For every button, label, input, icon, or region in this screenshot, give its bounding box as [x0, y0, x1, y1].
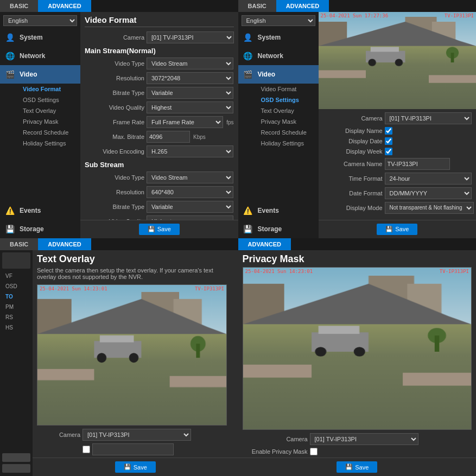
ms-video-type-label: Video Type [85, 60, 144, 67]
video-label-tl: Video [20, 71, 37, 78]
sidebar-storage-tr[interactable]: 💾 Storage [238, 220, 319, 238]
sidebar-item-video-tl[interactable]: 🎬 Video [0, 65, 80, 84]
osd-camera-name-input[interactable] [385, 158, 450, 170]
lang-select-tl[interactable]: English [3, 15, 77, 26]
tab-basic-tl[interactable]: BASIC [0, 0, 38, 12]
sub-bl-1[interactable]: VF [2, 271, 33, 281]
sub-video-format-tr[interactable]: Video Format [258, 84, 319, 94]
save-button-bl[interactable]: 💾 Save [115, 461, 156, 473]
sub-bl-6[interactable]: HS [2, 322, 33, 333]
sub-record-schedule-tr[interactable]: Record Schedule [258, 127, 319, 138]
bl-text-checkbox[interactable] [82, 446, 90, 453]
main-bl: Text Overlay Select the camera then setu… [33, 250, 238, 477]
br-camera-row: Camera [01] TV-IP313PI [243, 433, 472, 445]
bl-text-input[interactable] [92, 443, 174, 455]
bl-camera-select[interactable]: [01] TV-IP313PI [82, 429, 191, 441]
osd-date-format-row: Date Format DD/MM/YYYY [323, 187, 472, 199]
sidebar-item-system-tl[interactable]: 👤 System [0, 28, 80, 47]
tab-advanced-tr[interactable]: ADVANCED [276, 0, 329, 12]
br-enable-label: Enable Privacy Mask [243, 448, 308, 455]
sidebar-tr: English 👤 System 🌐 Network 🎬 Video Video… [238, 12, 319, 238]
sub-osd-tr[interactable]: OSD Settings [258, 94, 319, 105]
sub-bl-3[interactable]: TO [2, 291, 33, 302]
ss-resolution-select[interactable]: 640*480 [147, 186, 233, 198]
sidebar-events-tr[interactable]: ⚠️ Events [238, 201, 319, 220]
ms-frame-rate-select[interactable]: Full Frame Rate [147, 116, 223, 128]
main-br: Privacy Mask 25-04-2021 Sun 14:23:01 TV-… [238, 250, 477, 477]
osd-form-tr: Camera [01] TV-IP313PI Display Name Disp… [319, 109, 477, 220]
sub-bl-4[interactable]: PM [2, 302, 33, 312]
tab-basic-bl[interactable]: BASIC [0, 238, 38, 250]
sidebar-video-tr[interactable]: 🎬 Video [238, 65, 319, 84]
save-button-tl[interactable]: 💾 Save [139, 224, 180, 235]
sub-record-schedule-tl[interactable]: Record Schedule [20, 127, 80, 138]
sidebar-bl: VF OSD TO PM RS HS [0, 250, 33, 477]
osd-display-date-cb[interactable] [385, 137, 392, 145]
ss-bitrate-type-select[interactable]: Variable [147, 201, 233, 213]
osd-display-mode-select[interactable]: Not transparent & Not flashing [385, 202, 474, 214]
tab-bar-br: ADVANCED [238, 238, 477, 250]
br-enable-cb[interactable] [310, 448, 318, 455]
ms-bitrate-type-label: Bitrate Type [85, 90, 144, 96]
cam-stamp-left-br: 25-04-2021 Sun 14:23:01 [245, 269, 313, 274]
tab-basic-tr[interactable]: BASIC [238, 0, 276, 12]
tab-advanced-br[interactable]: ADVANCED [238, 238, 291, 250]
osd-display-week-cb[interactable] [385, 148, 392, 155]
osd-camera-select[interactable]: [01] TV-IP313PI [385, 112, 472, 124]
osd-date-format-label: Date Format [323, 190, 383, 196]
sub-video-format-tl[interactable]: Video Format [20, 84, 80, 94]
ms-video-quality-select[interactable]: Highest [147, 101, 233, 113]
osd-date-format-select[interactable]: DD/MM/YYYY [385, 187, 472, 199]
br-camera-select[interactable]: [01] TV-IP313PI [310, 433, 418, 445]
text-overlay-desc: Select the camera then setup the text ov… [37, 267, 234, 280]
ms-video-enc-label: Video Encoding [85, 148, 144, 155]
sub-holiday-tr[interactable]: Holiday Settings [258, 138, 319, 149]
tab-bar-tr: BASIC ADVANCED [238, 0, 477, 12]
sub-text-overlay-tl[interactable]: Text Overlay [20, 105, 80, 116]
tab-advanced-bl[interactable]: ADVANCED [38, 238, 91, 250]
sub-osd-tl[interactable]: OSD Settings [20, 94, 80, 105]
ss-video-quality-select[interactable]: Highest [147, 215, 233, 220]
save-button-br[interactable]: 💾 Save [337, 461, 377, 473]
sub-text-overlay-tr[interactable]: Text Overlay [258, 105, 319, 116]
sidebar-item-events-tl[interactable]: ⚠️ Events [0, 201, 80, 220]
osd-time-format-select[interactable]: 24-hour [385, 173, 472, 185]
sidebar-item-storage-tl[interactable]: 💾 Storage [0, 220, 80, 238]
ms-fps-unit: fps [226, 119, 233, 125]
ss-bitrate-type-label: Bitrate Type [85, 204, 144, 210]
bottom-content-bl: Text Overlay Select the camera then setu… [33, 250, 238, 458]
osd-camera-row: Camera [01] TV-IP313PI [323, 112, 472, 124]
ms-video-enc-select[interactable]: H.265 [147, 145, 233, 157]
tab-advanced-tl[interactable]: ADVANCED [38, 0, 91, 12]
save-button-tr[interactable]: 💾 Save [377, 224, 417, 235]
sidebar-network-tr[interactable]: 🌐 Network [238, 47, 319, 65]
osd-display-mode-row: Display Mode Not transparent & Not flash… [323, 202, 472, 214]
ms-video-quality-label: Video Quality [85, 104, 144, 111]
sub-privacy-mask-tl[interactable]: Privacy Mask [20, 116, 80, 127]
lang-select-tr[interactable]: English [242, 15, 315, 26]
sub-bl-5[interactable]: RS [2, 312, 33, 322]
system-icon-tl: 👤 [4, 32, 15, 43]
sub-menu-tr: Video Format OSD Settings Text Overlay P… [238, 84, 319, 149]
ss-video-type-select[interactable]: Video Stream [147, 172, 233, 183]
sub-bl-2[interactable]: OSD [2, 281, 33, 291]
page-title-tl: Video Format [85, 15, 234, 27]
sidebar-item-network-tl[interactable]: 🌐 Network [0, 47, 80, 65]
main-stream-title: Main Stream(Normal) [85, 47, 234, 55]
ms-bitrate-type-row: Bitrate Type Variable [85, 87, 234, 99]
camera-feed-bl: 25-04-2021 Sun 14:23:01 TV-IP313PI [37, 284, 227, 426]
content-tl: Video Format Camera [01] TV-IP313PI Main… [80, 12, 238, 220]
camera-select-tl[interactable]: [01] TV-IP313PI [147, 31, 234, 43]
sub-holiday-settings-tl[interactable]: Holiday Settings [20, 138, 80, 149]
osd-display-name-cb[interactable] [385, 127, 392, 135]
cam-stamp-left-bl: 25-04-2021 Sun 14:23:01 [40, 286, 107, 291]
ms-max-bitrate-input[interactable] [147, 131, 190, 143]
ms-resolution-select[interactable]: 3072*2048 [147, 72, 233, 84]
panel-body-br: Privacy Mask 25-04-2021 Sun 14:23:01 TV-… [238, 250, 477, 477]
sidebar-system-tr[interactable]: 👤 System [238, 28, 319, 47]
events-label-tl: Events [20, 207, 41, 214]
sub-privacy-mask-tr[interactable]: Privacy Mask [258, 116, 319, 127]
ms-bitrate-type-select[interactable]: Variable [147, 87, 233, 99]
ms-video-type-select[interactable]: Video Stream [147, 58, 233, 69]
network-icon-tl: 🌐 [4, 50, 15, 61]
